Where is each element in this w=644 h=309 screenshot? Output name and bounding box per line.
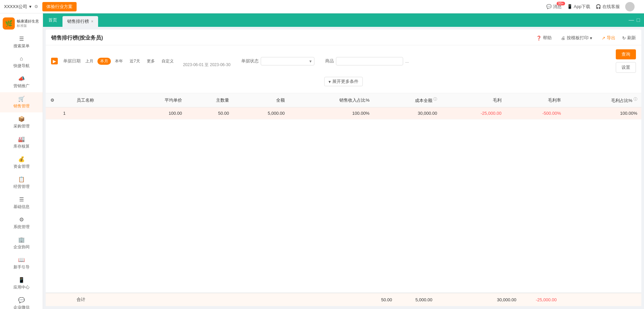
tab-home[interactable]: 首页	[43, 13, 62, 27]
message-btn[interactable]: 💬 消息 99+	[546, 4, 562, 10]
page-header: 销售排行榜(按业务员) ❓ 帮助 🖨 按模板打印 ▾ ↗ 导出	[46, 30, 641, 45]
date-tab-current-month[interactable]: 本月	[97, 58, 111, 65]
question-icon: ❓	[536, 36, 542, 41]
filter-expand-icon[interactable]: ▶	[51, 58, 58, 64]
query-btn[interactable]: 查询	[616, 49, 636, 59]
home-icon: ⌂	[20, 56, 23, 62]
filter-status: 单据状态	[241, 57, 314, 65]
date-tab-custom[interactable]: 自定义	[159, 58, 176, 65]
footer-cell-gross-rate	[561, 293, 601, 306]
cell-gross-ratio: 100.00%	[565, 107, 641, 119]
help-label: 帮助	[543, 35, 552, 41]
goods-input[interactable]	[336, 57, 403, 65]
sidebar-item-label: 营销推广	[13, 83, 30, 89]
sidebar: 🌿 畅康通好生意 标准版 ☰ 搜索菜单 ⌂ 快捷导航 📣 营销推广 🛒 销售管理…	[0, 13, 43, 309]
sidebar-item-sales[interactable]: 🛒 销售管理	[0, 92, 43, 112]
app-icon: 📱	[567, 4, 572, 9]
sidebar-item-label: 采购管理	[13, 123, 30, 129]
status-select[interactable]	[261, 57, 314, 65]
minimize-icon[interactable]: —	[629, 17, 634, 23]
expand-more-btn[interactable]: ▾ 展开更多条件	[324, 77, 363, 86]
box-icon: 📦	[18, 116, 25, 122]
settings-btn[interactable]: 设置	[616, 62, 636, 73]
sidebar-item-wechat[interactable]: 💬 企业微信	[0, 294, 43, 309]
date-tab-more[interactable]: 更多	[144, 58, 158, 65]
sidebar-item-system[interactable]: ⚙ 系统管理	[0, 213, 43, 233]
cell-rank: 1	[59, 107, 73, 119]
date-tab-current-year[interactable]: 本年	[112, 58, 126, 65]
tab-sales-ranking[interactable]: 销售排行榜 ×	[62, 16, 98, 27]
sidebar-item-label: 系统管理	[13, 224, 30, 230]
tab-close-icon[interactable]: ×	[91, 19, 93, 24]
table-area: ⚙ 员工名称 平均单价 主数量 全额 销售收入占比% 成本全额 ⓘ 毛利	[46, 93, 641, 293]
table-body: 1 100.00 50.00 5,000.00 100.00% 30,000.0…	[46, 107, 641, 119]
footer-cell-empty1	[46, 293, 59, 306]
filter-goods: 商品 ...	[325, 57, 409, 65]
avatar[interactable]	[625, 2, 635, 11]
cell-settings	[46, 107, 59, 119]
sidebar-item-quick-nav[interactable]: ⌂ 快捷导航	[0, 52, 43, 72]
page-actions: ❓ 帮助 🖨 按模板打印 ▾ ↗ 导出 ↻ 刷新	[533, 34, 636, 42]
online-service-btn[interactable]: 🎧 在线客服	[596, 4, 620, 10]
col-avg-price: 平均单价	[129, 93, 186, 107]
col-settings[interactable]: ⚙	[46, 93, 59, 107]
print-chevron-icon: ▾	[590, 36, 592, 41]
sidebar-logo: 🌿 畅康通好生意 标准版	[0, 13, 43, 32]
list-icon: ☰	[19, 196, 24, 203]
company-name: XXXXX公司	[4, 4, 27, 10]
footer-cell-gross-ratio	[601, 293, 641, 306]
footer-cell-amount: 5,000.00	[396, 293, 436, 306]
sidebar-item-guide[interactable]: 📖 新手引导	[0, 253, 43, 273]
help-btn[interactable]: ❓ 帮助	[533, 34, 554, 42]
topbar-settings-icon[interactable]: ⚙	[34, 4, 38, 9]
sidebar-item-label: 企业微信	[13, 305, 30, 309]
sidebar-item-search-order[interactable]: ☰ 搜索菜单	[0, 32, 43, 52]
sidebar-item-purchase[interactable]: 📦 采购管理	[0, 112, 43, 133]
app-label: App下载	[574, 4, 590, 10]
sidebar-item-inventory[interactable]: 🏭 库存核算	[0, 133, 43, 153]
date-tab-prev-month[interactable]: 上月	[83, 58, 96, 65]
filter-date: 单据日期 上月 本月 本年 近7天 更多 自定义	[63, 58, 176, 65]
table-footer: 合计 50.00 5,000.00 30,000.00 -25,000.00	[46, 293, 641, 306]
gross-ratio-info-icon[interactable]: ⓘ	[634, 97, 637, 101]
col-cost: 成本全额 ⓘ	[374, 93, 441, 107]
export-label: 导出	[607, 35, 615, 41]
refresh-btn[interactable]: ↻ 刷新	[622, 35, 636, 41]
content-area: 首页 销售排行榜 × — □ 销售排行榜(按业务员) ❓ 帮助	[43, 13, 644, 309]
cost-info-icon[interactable]: ⓘ	[433, 97, 437, 101]
topbar-right: 💬 消息 99+ 📱 App下载 🎧 在线客服	[546, 2, 640, 11]
cell-avg-price: 100.00	[129, 107, 186, 119]
col-gross-rate: 毛利率	[506, 93, 565, 107]
sidebar-item-label: 新手引导	[13, 264, 30, 270]
company-selector[interactable]: XXXXX公司 ▾	[4, 4, 32, 10]
date-tabs: 上月 本月 本年 近7天 更多 自定义	[83, 58, 176, 65]
sidebar-item-app-center[interactable]: 📱 应用中心	[0, 273, 43, 294]
print-label: 按模板打印	[567, 35, 589, 41]
sidebar-item-enterprise[interactable]: 🏢 企业协同	[0, 233, 43, 253]
cell-qty: 50.00	[186, 107, 233, 119]
table-header-row: ⚙ 员工名称 平均单价 主数量 全额 销售收入占比% 成本全额 ⓘ 毛利	[46, 93, 641, 107]
goods-more[interactable]: ...	[405, 59, 409, 64]
sidebar-item-marketing[interactable]: 📣 营销推广	[0, 72, 43, 92]
app-download-btn[interactable]: 📱 App下载	[567, 4, 590, 10]
col-qty: 主数量	[186, 93, 233, 107]
maximize-icon[interactable]: □	[637, 17, 640, 23]
experience-btn[interactable]: 体验行业方案	[42, 2, 77, 11]
page-content: 销售排行榜(按业务员) ❓ 帮助 🖨 按模板打印 ▾ ↗ 导出	[46, 30, 641, 306]
service-label: 在线客服	[602, 4, 620, 10]
cell-amount: 5,000.00	[233, 107, 289, 119]
cell-name	[73, 107, 129, 119]
sidebar-item-label: 搜索菜单	[13, 43, 30, 49]
gear-icon: ⚙	[19, 216, 24, 223]
date-tab-7days[interactable]: 近7天	[127, 58, 143, 65]
footer-row: 合计 50.00 5,000.00 30,000.00 -25,000.00	[46, 293, 641, 306]
sidebar-item-operation[interactable]: 📋 经营管理	[0, 173, 43, 193]
col-name: 员工名称	[73, 93, 129, 107]
footer-table: 合计 50.00 5,000.00 30,000.00 -25,000.00	[46, 293, 641, 306]
col-gross-ratio: 毛利占比% ⓘ	[565, 93, 641, 107]
sidebar-item-basic-info[interactable]: ☰ 基础信息	[0, 193, 43, 213]
sidebar-item-finance[interactable]: 💰 资金管理	[0, 153, 43, 173]
export-btn[interactable]: ↗ 导出	[599, 34, 618, 42]
building-icon: 🏢	[18, 237, 25, 243]
print-btn[interactable]: 🖨 按模板打印 ▾	[558, 34, 595, 42]
